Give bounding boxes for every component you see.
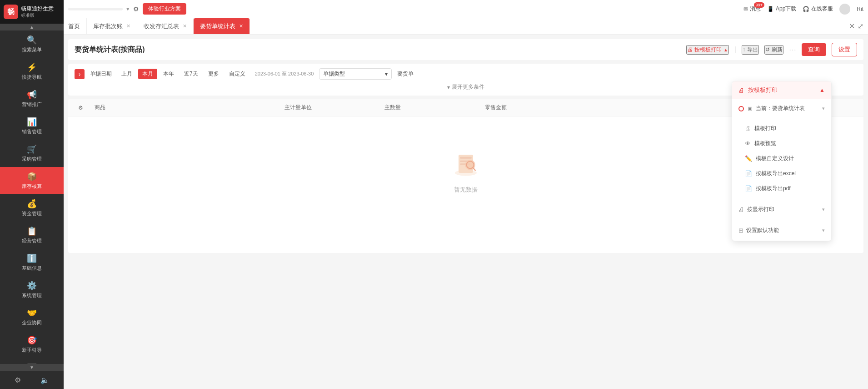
sidebar-menu: 🔍 搜索菜单 ⚡ 快捷导航 📢 营销推广 📊 销售管理 🛒 采购管理 📦 库存核… [0,30,64,364]
print-dropdown-menu: 🖨 按模板打印 ▲ ▣ 当前：要货单统计表 ▾ 🖨 模板打印 [732,81,832,241]
phone-icon: 📱 [767,6,774,12]
dropdown-default-section: ⊞ 设置默认功能 ▾ [732,220,831,241]
dropdown-items-section: 🖨 模板打印 👁 模板预览 ✏️ 模板自定义设计 📄 按模板导出excel 📄 [732,118,831,199]
current-chevron-icon[interactable]: ▾ [822,106,825,111]
print-template-button[interactable]: 🖨 按模板打印 ▲ [686,45,729,55]
dropdown-item-template-preview[interactable]: 👁 模板预览 [732,136,831,151]
date-btn-current-year[interactable]: 本年 [159,69,178,79]
sidebar-item-sales[interactable]: 📊 销售管理 [0,112,64,140]
messages-button[interactable]: ✉ 消息 99+ [743,5,761,13]
topbar-gear-icon[interactable]: ⚙ [133,5,139,13]
app-download-button[interactable]: 📱 App下载 [767,5,796,13]
date-btn-last7[interactable]: 近7天 [180,69,202,79]
sidebar-item-collab[interactable]: 🤝 企业协同 [0,303,64,331]
dropdown-item-template-excel[interactable]: 📄 按模板导出excel [732,166,831,181]
empty-icon [448,144,484,180]
print-chevron-icon: ▲ [723,47,728,52]
sidebar-item-marketing[interactable]: 📢 营销推广 [0,85,64,112]
set-default-chevron-icon: ▾ [822,227,825,233]
sales-icon: 📊 [27,117,37,127]
username-label[interactable]: Rit [857,6,863,12]
tab-close-all-icon[interactable]: ✕ [849,22,855,30]
guide-icon: 🎯 [27,335,37,345]
sidebar: 畅 畅康通好生意 标准版 ▲ 🔍 搜索菜单 ⚡ 快捷导航 📢 营销推广 📊 销售… [0,0,64,389]
dropdown-display-section: 🖨 按显示打印 ▾ [732,199,831,220]
topbar-chevron-icon[interactable]: ▾ [126,5,130,12]
sidebar-item-basic[interactable]: ℹ️ 基础信息 [0,249,64,276]
tabs-bar: 首页 库存批次账 ✕ 收发存汇总表 ✕ 要货单统计表 ✕ ✕ ⤢ [64,18,868,35]
sidebar-item-operations[interactable]: 📋 经营管理 [0,222,64,249]
marketing-icon: 📢 [27,90,37,100]
display-print-chevron-icon: ▾ [822,207,825,212]
dropdown-item-template-print[interactable]: 🖨 模板打印 [732,121,831,136]
topbar-search[interactable] [68,8,123,10]
excel-item-icon: 📄 [745,170,752,177]
audio-icon[interactable]: 🔈 [40,376,50,384]
tab-home[interactable]: 首页 [68,18,87,34]
logo-icon: 畅 [4,5,18,19]
date-buttons: 上月 本月 本年 近7天 更多 自定义 [117,69,249,79]
set-default-icon: ⊞ [738,227,743,234]
date-btn-more[interactable]: 更多 [204,69,223,79]
sidebar-scroll-up[interactable]: ▲ [0,24,64,30]
message-icon: ✉ [743,6,748,12]
filter-row: › 单据日期 上月 本月 本年 近7天 更多 自定义 2023-06-01 至 … [75,68,857,80]
topbar: ▾ ⚙ 体验行业方案 ✉ 消息 99+ 📱 App下载 🎧 在线客服 Rit [64,0,868,18]
refresh-button[interactable]: ↺ 刷新 [764,45,783,55]
custom-item-icon: ✏️ [745,155,752,162]
search-nav-icon: 🔍 [27,35,37,45]
trial-button[interactable]: 体验行业方案 [143,3,186,15]
refresh-icon: ↺ [765,46,770,53]
tab-close-inventory-batch[interactable]: ✕ [126,23,130,29]
dropdown-current-section: ▣ 当前：要货单统计表 ▾ [732,99,831,118]
date-btn-prev-month[interactable]: 上月 [117,69,136,79]
sidebar-item-guide[interactable]: 🎯 新手引导 [0,331,64,358]
export-button[interactable]: ↑ 导出 [742,45,759,55]
quick-nav-icon: ⚡ [27,62,37,72]
sidebar-item-finance[interactable]: 💰 资金管理 [0,194,64,222]
dropdown-chevron-icon[interactable]: ▲ [819,87,825,93]
tab-receipt-summary[interactable]: 收发存汇总表 ✕ [137,18,194,34]
printer-icon: 🖨 [738,87,744,94]
sidebar-item-search[interactable]: 🔍 搜索菜单 [0,30,64,58]
display-print-item[interactable]: 🖨 按显示打印 ▾ [732,202,831,217]
current-template-label: ▣ 当前：要货单统计表 ▾ [732,102,831,115]
sidebar-item-apps[interactable]: 🔲 应用中心 [0,358,64,364]
filter-toggle-arrow[interactable]: › [75,69,85,79]
tab-requisition-stats[interactable]: 要货单统计表 ✕ [194,18,250,34]
preview-item-icon: 👁 [745,140,751,147]
type-filter-select[interactable]: 单据类型 ▾ [319,68,392,80]
export-icon: ↑ [743,46,745,53]
tab-close-receipt-summary[interactable]: ✕ [183,23,187,29]
print-item-icon: 🖨 [745,125,751,132]
date-range-display: 2023-06-01 至 2023-06-30 [255,71,314,77]
inventory-icon: 📦 [27,172,37,182]
dropdown-header[interactable]: 🖨 按模板打印 ▲ [732,81,831,99]
tab-inventory-batch[interactable]: 库存批次账 ✕ [87,18,137,34]
settings-button[interactable]: 设置 [832,43,857,56]
date-btn-current-month[interactable]: 本月 [138,69,157,79]
sidebar-item-quick-nav[interactable]: ⚡ 快捷导航 [0,58,64,85]
select-chevron-icon: ▾ [385,71,388,77]
dropdown-item-template-pdf[interactable]: 📄 按模板导出pdf [732,181,831,196]
expand-icon: ▾ [447,84,450,91]
date-btn-custom[interactable]: 自定义 [225,69,249,79]
tab-close-requisition-stats[interactable]: ✕ [239,23,243,29]
collab-icon: 🤝 [27,308,37,318]
tab-expand-icon[interactable]: ⤢ [858,22,863,30]
th-setting[interactable]: ⚙ [73,100,89,116]
dropdown-item-template-custom[interactable]: ✏️ 模板自定义设计 [732,151,831,166]
sidebar-item-system[interactable]: ⚙️ 系统管理 [0,276,64,303]
print-icon: 🖨 [687,46,693,53]
user-avatar[interactable] [839,4,850,15]
sidebar-item-purchase[interactable]: 🛒 采购管理 [0,140,64,167]
set-default-item[interactable]: ⊞ 设置默认功能 ▾ [732,223,831,238]
settings-icon[interactable]: ⚙ [15,376,21,384]
finance-icon: 💰 [27,199,37,209]
query-button[interactable]: 查询 [802,43,826,56]
date-label: 单据日期 [90,70,112,78]
sidebar-item-inventory[interactable]: 📦 库存核算 [0,167,64,194]
sidebar-scroll-down[interactable]: ▼ [0,364,64,371]
gear-icon[interactable]: ⚙ [78,105,83,111]
online-service-button[interactable]: 🎧 在线客服 [803,5,833,13]
